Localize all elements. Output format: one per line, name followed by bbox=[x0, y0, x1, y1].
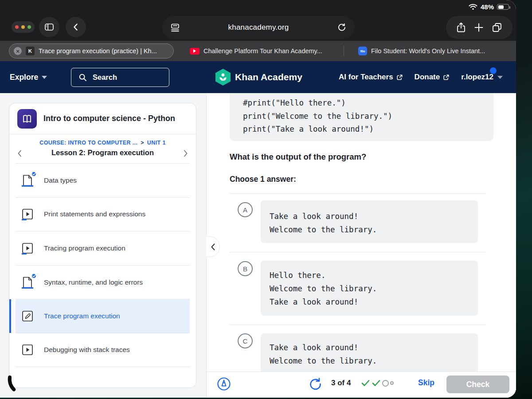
answer-a-radio[interactable]: A bbox=[238, 202, 253, 217]
current-question-ring bbox=[382, 380, 389, 387]
course-title: Intro to computer science - Python bbox=[43, 114, 175, 123]
ai-for-teachers-link[interactable]: AI for Teachers bbox=[339, 73, 403, 82]
share-icon[interactable] bbox=[456, 22, 466, 33]
answer-line: Hello there. bbox=[270, 269, 478, 282]
chevron-left-icon bbox=[71, 22, 81, 32]
exercise-pencil-icon bbox=[21, 309, 34, 323]
restart-icon[interactable] bbox=[309, 377, 322, 391]
khan-academy-logo[interactable]: Khan Academy bbox=[215, 61, 302, 93]
explore-menu[interactable]: Explore bbox=[10, 61, 47, 93]
sidebar-item-tracing-program[interactable]: Tracing program execution bbox=[16, 231, 190, 265]
tab-filo[interactable]: filo Filo Student: World's Only Live Ins… bbox=[358, 43, 512, 59]
search-button[interactable]: Search bbox=[71, 68, 169, 87]
code-block: #print("Hello there.") print("Welcome to… bbox=[230, 93, 493, 141]
sidebar-item-syntax-errors[interactable]: Syntax, runtime, and logic errors bbox=[16, 265, 190, 299]
practice-pencil-icon[interactable] bbox=[216, 376, 231, 391]
minimize-window-dot[interactable] bbox=[21, 25, 25, 29]
video-icon bbox=[21, 207, 34, 221]
item-label: Trace program execution bbox=[44, 312, 120, 320]
article-icon bbox=[21, 174, 34, 187]
collapse-sidebar-button[interactable] bbox=[206, 236, 220, 257]
reload-icon[interactable] bbox=[337, 23, 347, 32]
lesson-nav: COURSE: INTRO TO COMPUTER ... > UNIT 1 L… bbox=[9, 134, 196, 163]
answer-b-radio[interactable]: B bbox=[238, 261, 253, 276]
breadcrumb-separator: > bbox=[139, 140, 145, 146]
browser-chrome: 48% khana bbox=[0, 0, 516, 41]
notification-dot bbox=[490, 67, 497, 74]
donate-label: Donate bbox=[415, 73, 440, 82]
item-label: Data types bbox=[44, 176, 77, 184]
breadcrumb-unit[interactable]: UNIT 1 bbox=[147, 140, 166, 146]
item-label: Syntax, runtime, and logic errors bbox=[44, 278, 143, 286]
status-bar: 48% bbox=[469, 3, 509, 11]
video-icon bbox=[21, 343, 34, 356]
answer-b-option[interactable]: Hello there. Welcome to the library. Tak… bbox=[261, 261, 478, 316]
back-button[interactable] bbox=[66, 17, 86, 37]
address-bar[interactable]: khanacademy.org bbox=[162, 16, 355, 39]
search-label: Search bbox=[93, 73, 117, 82]
check-button[interactable]: Check bbox=[446, 376, 509, 393]
answer-line: Take a look around! bbox=[270, 210, 478, 223]
sidebar-item-print-statements[interactable]: Print statements and expressions bbox=[16, 197, 190, 231]
khan-leaf-icon bbox=[215, 69, 231, 86]
breadcrumb-course[interactable]: COURSE: INTRO TO COMPUTER ... bbox=[39, 140, 137, 146]
course-header[interactable]: Intro to computer science - Python bbox=[9, 103, 196, 134]
user-menu[interactable]: r.lopez12 bbox=[461, 73, 503, 82]
answer-c-option[interactable]: Take a look around! Welcome to the libra… bbox=[261, 333, 478, 378]
window-controls[interactable] bbox=[12, 21, 35, 33]
sidebar-item-trace-program-execution[interactable]: Trace program execution bbox=[16, 299, 190, 333]
battery-percent: 48% bbox=[481, 3, 494, 11]
video-icon bbox=[21, 242, 34, 255]
brand-name: Khan Academy bbox=[235, 72, 302, 82]
external-link-icon bbox=[396, 74, 403, 81]
check-done-icon bbox=[372, 379, 381, 387]
chevron-down-icon bbox=[42, 76, 47, 79]
tabs-overview-icon[interactable] bbox=[491, 22, 503, 33]
answer-line: Welcome to the library. bbox=[270, 282, 478, 295]
tab-khan-practice[interactable]: × K Trace program execution (practice) |… bbox=[9, 43, 174, 59]
close-tab-icon[interactable]: × bbox=[14, 47, 22, 55]
khan-favicon: K bbox=[26, 47, 35, 55]
sidebar-item-debugging-stack-traces[interactable]: Debugging with stack traces bbox=[16, 333, 190, 367]
divider bbox=[230, 193, 486, 194]
sidebar-item-data-types[interactable]: Data types bbox=[16, 163, 190, 197]
khan-header: Explore Search Khan Academy AI for Teac bbox=[0, 61, 516, 93]
sidebar-toggle-button[interactable] bbox=[39, 17, 59, 37]
page-content: Intro to computer science - Python COURS… bbox=[0, 93, 516, 398]
browser-window: 48% khana bbox=[0, 0, 516, 398]
tab-youtube[interactable]: Challenge Platform Tour Khan Academy... bbox=[190, 43, 336, 59]
new-tab-icon[interactable] bbox=[473, 22, 484, 33]
completed-check-icon bbox=[31, 171, 37, 177]
close-window-dot[interactable] bbox=[15, 25, 19, 29]
search-icon bbox=[78, 73, 87, 82]
exercise-footer: 3 of 4 Skip Check bbox=[207, 372, 516, 398]
skip-button[interactable]: Skip bbox=[418, 378, 434, 387]
ai-for-teachers-label: AI for Teachers bbox=[339, 73, 393, 82]
next-lesson-button[interactable] bbox=[183, 149, 189, 157]
answer-line: Take a look around! bbox=[270, 295, 478, 309]
answer-line: Welcome to the library. bbox=[270, 354, 478, 368]
progress-dots bbox=[361, 379, 394, 387]
tab-title: Filo Student: World's Only Live Instant.… bbox=[371, 47, 485, 55]
wifi-icon bbox=[469, 4, 477, 10]
battery-icon bbox=[497, 4, 509, 10]
answer-a-option[interactable]: Take a look around! Welcome to the libra… bbox=[261, 200, 478, 243]
donate-link[interactable]: Donate bbox=[415, 73, 450, 82]
upcoming-question-ring bbox=[390, 381, 394, 385]
url-text[interactable]: khanacademy.org bbox=[180, 23, 337, 32]
check-done-icon bbox=[361, 379, 370, 387]
answer-line: Welcome to the library. bbox=[270, 223, 478, 236]
chevron-down-icon bbox=[497, 76, 503, 79]
completed-check-icon bbox=[31, 273, 37, 279]
page-menu-icon[interactable] bbox=[170, 23, 180, 32]
previous-lesson-button[interactable] bbox=[16, 149, 23, 157]
code-line: print("Welcome to the library.") bbox=[243, 110, 493, 123]
answer-c-radio[interactable]: C bbox=[238, 333, 253, 348]
lesson-sidebar: Intro to computer science - Python COURS… bbox=[9, 103, 196, 388]
external-link-icon bbox=[443, 74, 450, 81]
zoom-window-dot[interactable] bbox=[27, 25, 31, 29]
answer-line: Take a look around! bbox=[270, 341, 478, 354]
divider bbox=[230, 252, 486, 252]
explore-label: Explore bbox=[10, 73, 38, 82]
item-label: Tracing program execution bbox=[44, 244, 125, 252]
